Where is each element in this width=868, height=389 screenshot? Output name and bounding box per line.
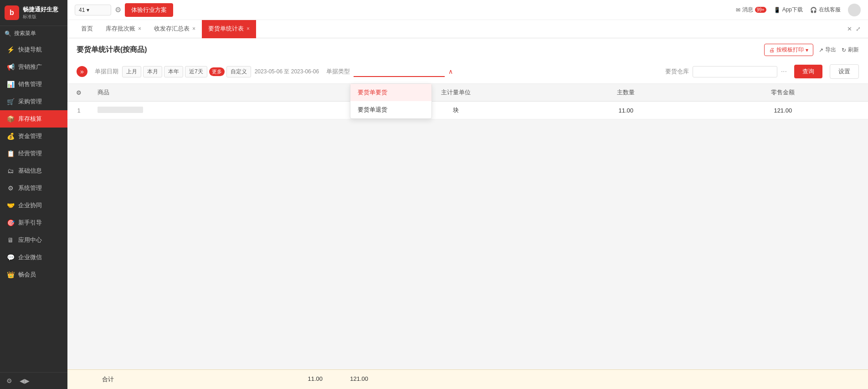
sidebar-item-sales[interactable]: 📊销售管理 <box>0 76 67 93</box>
topbar: 41 ▾ ⚙ 体验行业方案 ✉ 消息 99+ 📱 App下载 🎧 在线客服 <box>67 0 868 20</box>
nav-label-operation: 经营管理 <box>18 149 42 158</box>
tab-receive-summary-close[interactable]: × <box>192 26 195 32</box>
nav-icon-appstore: 🖥 <box>6 236 15 244</box>
sidebar-item-finance[interactable]: 💰资金管理 <box>0 128 67 145</box>
print-label: 按模板打印 <box>776 46 804 54</box>
nav-icon-cooperation: 🤝 <box>6 201 15 210</box>
tab-receive-summary[interactable]: 收发存汇总表 × <box>148 20 202 38</box>
messages-badge: 99+ <box>755 7 766 13</box>
online-service-action[interactable]: 🎧 在线客服 <box>810 6 841 14</box>
tab-home[interactable]: 首页 <box>75 20 99 38</box>
search-menu-label: 搜索菜单 <box>14 30 36 37</box>
online-service-icon: 🎧 <box>810 7 817 13</box>
nav-icon-marketing: 📢 <box>6 63 15 71</box>
sidebar-item-inventory[interactable]: 📦库存核算 <box>0 110 67 128</box>
row-num: 1 <box>67 102 90 119</box>
nav-label-purchase: 采购管理 <box>18 97 42 106</box>
sidebar-item-purchase[interactable]: 🛒采购管理 <box>0 93 67 110</box>
trial-button[interactable]: 体验行业方案 <box>125 3 173 17</box>
nav-icon-quick-nav: ⚡ <box>6 46 15 54</box>
sidebar-item-quick-nav[interactable]: ⚡快捷导航 <box>0 41 67 58</box>
tab-order-stats-close[interactable]: × <box>247 26 250 32</box>
tabs-expand-icon[interactable]: ⤢ <box>856 26 861 32</box>
print-button[interactable]: 🖨 按模板打印 ▾ <box>764 44 813 56</box>
date-range-display: 2023-05-06 至 2023-06-06 <box>255 68 319 76</box>
last-7-days-btn[interactable]: 近7天 <box>185 66 207 77</box>
refresh-button[interactable]: ↻ 刷新 <box>842 46 859 54</box>
settings-footer-icon[interactable]: ⚙ <box>6 377 12 384</box>
warehouse-more-icon[interactable]: ··· <box>781 67 787 76</box>
sidebar-item-cooperation[interactable]: 🤝企业协同 <box>0 197 67 214</box>
topbar-right: ✉ 消息 99+ 📱 App下载 🎧 在线客服 <box>736 4 861 16</box>
app-download-label: App下载 <box>782 6 803 14</box>
sidebar-item-appstore[interactable]: 🖥应用中心 <box>0 231 67 249</box>
last-month-btn[interactable]: 上月 <box>122 66 141 77</box>
this-year-btn[interactable]: 本年 <box>164 66 183 77</box>
search-menu[interactable]: 🔍 搜索菜单 <box>0 26 67 41</box>
nav-icon-guide: 🎯 <box>6 219 15 227</box>
refresh-icon: ↻ <box>842 47 846 53</box>
this-month-btn[interactable]: 本月 <box>143 66 162 77</box>
app-download-action[interactable]: 📱 App下载 <box>774 6 803 14</box>
settings-button[interactable]: 设置 <box>830 64 859 79</box>
topbar-settings-icon[interactable]: ⚙ <box>115 5 121 14</box>
warehouse-input[interactable] <box>693 66 777 77</box>
query-button[interactable]: 查询 <box>794 65 822 78</box>
sidebar-item-guide[interactable]: 🎯新手引导 <box>0 214 67 231</box>
export-button[interactable]: ↗ 导出 <box>819 46 836 54</box>
tabs-bar: 首页 库存批次账 × 收发存汇总表 × 要货单统计表 × ✕ ⤢ <box>67 20 868 38</box>
app-name: 畅捷通好生意 <box>23 5 58 14</box>
dropdown-item-order-return[interactable]: 要货单退货 <box>350 101 431 118</box>
collapse-menu-icon[interactable]: ◀▶ <box>20 377 30 384</box>
nav-icon-system: ⚙ <box>6 184 15 192</box>
sidebar-item-basic[interactable]: 🗂基础信息 <box>0 162 67 179</box>
tabs-close-all-icon[interactable]: ✕ <box>847 26 852 32</box>
type-label: 单据类型 <box>326 67 350 76</box>
nav-label-cooperation: 企业协同 <box>18 201 42 210</box>
sidebar: b 畅捷通好生意 标准版 🔍 搜索菜单 ⚡快捷导航📢营销推广📊销售管理🛒采购管理… <box>0 0 67 389</box>
date-label: 单据日期 <box>95 67 118 76</box>
row-product <box>90 102 358 119</box>
nav-label-appstore: 应用中心 <box>18 236 42 244</box>
nav-icon-member: 👑 <box>6 271 15 279</box>
col-settings-header[interactable]: ⚙ <box>67 84 90 102</box>
sidebar-item-wechat[interactable]: 💬企业微信 <box>0 249 67 266</box>
nav-label-member: 畅会员 <box>18 271 36 279</box>
custom-date-btn[interactable]: 自定义 <box>226 66 251 77</box>
type-dropdown-arrow[interactable]: ∧ <box>448 68 453 75</box>
more-badge[interactable]: 更多 <box>209 67 225 76</box>
tab-order-stats[interactable]: 要货单统计表 × <box>202 20 256 38</box>
row-quantity: 11.00 <box>554 102 698 119</box>
sidebar-item-member[interactable]: 👑畅会员 <box>0 266 67 283</box>
app-logo: b 畅捷通好生意 标准版 <box>0 0 67 26</box>
type-select-input[interactable] <box>354 67 445 77</box>
export-icon: ↗ <box>819 47 823 53</box>
filter-expand-button[interactable]: » <box>77 66 87 77</box>
col-quantity-header: 主数量 <box>554 84 698 102</box>
page-title: 要货单统计表(按商品) <box>77 45 147 55</box>
tab-order-stats-label: 要货单统计表 <box>208 25 244 33</box>
print-dropdown-icon: ▾ <box>806 47 808 53</box>
nav-label-sales: 销售管理 <box>18 80 42 88</box>
nav-label-basic: 基础信息 <box>18 167 42 175</box>
sidebar-item-operation[interactable]: 📋经营管理 <box>0 145 67 162</box>
tab-inventory-batch[interactable]: 库存批次账 × <box>99 20 148 38</box>
sidebar-item-marketing[interactable]: 📢营销推广 <box>0 58 67 76</box>
company-selector[interactable]: 41 ▾ <box>75 5 111 15</box>
warehouse-filter-group: 要货仓库 ··· <box>665 66 787 77</box>
nav-icon-basic: 🗂 <box>6 167 15 175</box>
type-filter-group: 单据类型 ∧ <box>326 67 658 77</box>
nav-label-inventory: 库存核算 <box>18 115 42 123</box>
messages-icon: ✉ <box>736 7 740 13</box>
logo-icon: b <box>5 5 19 20</box>
nav-icon-sales: 📊 <box>6 80 15 88</box>
dropdown-item-order-goods[interactable]: 要货单要货 <box>350 84 431 101</box>
sidebar-item-system[interactable]: ⚙系统管理 <box>0 179 67 197</box>
row-amount: 121.00 <box>698 102 868 119</box>
user-avatar[interactable] <box>848 4 861 16</box>
nav-icon-wechat: 💬 <box>6 253 15 261</box>
messages-action[interactable]: ✉ 消息 99+ <box>736 6 766 14</box>
tab-inventory-batch-close[interactable]: × <box>138 26 141 32</box>
export-label: 导出 <box>825 46 836 54</box>
messages-label: 消息 <box>742 6 753 14</box>
